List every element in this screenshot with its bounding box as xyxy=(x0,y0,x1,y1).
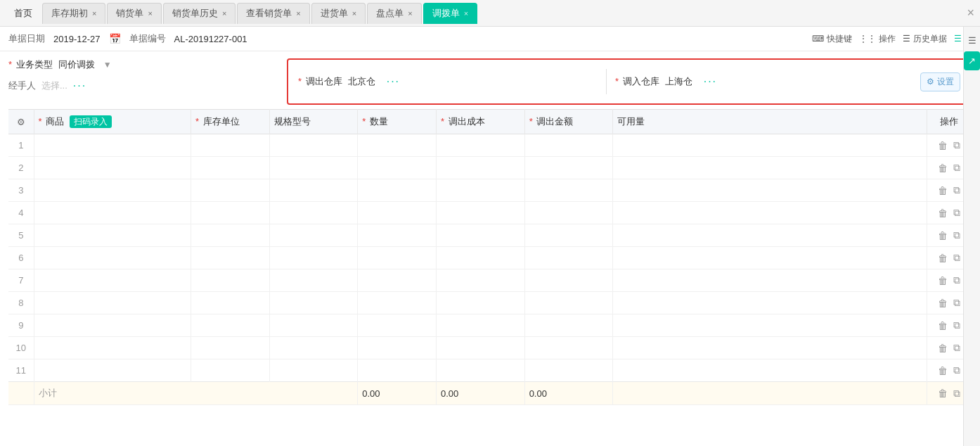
row-quantity-cell[interactable] xyxy=(358,224,437,247)
person-select-input[interactable]: 选择... xyxy=(41,79,67,92)
copy-row-icon[interactable]: ⧉ xyxy=(953,274,960,286)
delete-row-icon[interactable]: 🗑 xyxy=(938,230,948,241)
row-cost-cell[interactable] xyxy=(436,337,524,359)
copy-row-icon[interactable]: ⧉ xyxy=(953,252,960,264)
tab-transfer-close[interactable]: × xyxy=(464,9,468,18)
copy-row-icon[interactable]: ⧉ xyxy=(953,342,960,354)
transfer-out-value[interactable]: 北京仓 xyxy=(348,75,375,88)
transfer-in-more-icon[interactable]: ··· xyxy=(704,75,717,88)
tab-sales-order[interactable]: 销货单 × xyxy=(107,3,161,24)
copy-row-icon[interactable]: ⧉ xyxy=(953,139,960,151)
row-unit-cell[interactable] xyxy=(191,134,269,157)
tab-inventory-count-close[interactable]: × xyxy=(408,9,412,18)
tab-purchase[interactable]: 进货单 × xyxy=(311,3,366,24)
row-quantity-cell[interactable] xyxy=(358,179,437,202)
row-quantity-cell[interactable] xyxy=(358,247,437,269)
row-amount-cell[interactable] xyxy=(524,134,613,157)
row-unit-cell[interactable] xyxy=(191,179,269,202)
tab-sales-order-close[interactable]: × xyxy=(148,9,152,18)
row-product-cell[interactable] xyxy=(34,134,191,157)
row-spec-cell[interactable] xyxy=(269,157,358,179)
copy-row-icon[interactable]: ⧉ xyxy=(953,297,960,309)
tab-inventory-init[interactable]: 库存期初 × xyxy=(42,3,105,24)
history-button[interactable]: ☰ 历史单据 xyxy=(903,33,947,45)
row-quantity-cell[interactable] xyxy=(358,292,437,314)
delete-row-icon[interactable]: 🗑 xyxy=(938,320,948,331)
delete-row-icon[interactable]: 🗑 xyxy=(938,208,948,219)
sidebar-list-icon[interactable]: ☰ xyxy=(965,32,979,49)
row-spec-cell[interactable] xyxy=(269,314,358,337)
row-product-cell[interactable] xyxy=(34,359,191,382)
transfer-out-more-icon[interactable]: ··· xyxy=(387,75,400,88)
row-unit-cell[interactable] xyxy=(191,157,269,179)
row-cost-cell[interactable] xyxy=(436,269,524,292)
row-unit-cell[interactable] xyxy=(191,269,269,292)
subtotal-copy-icon[interactable]: ⧉ xyxy=(953,388,960,400)
row-quantity-cell[interactable] xyxy=(358,314,437,337)
business-type-dropdown-icon[interactable]: ▼ xyxy=(103,60,112,70)
row-cost-cell[interactable] xyxy=(436,134,524,157)
row-spec-cell[interactable] xyxy=(269,337,358,359)
tab-inventory-init-close[interactable]: × xyxy=(92,9,96,18)
row-unit-cell[interactable] xyxy=(191,359,269,382)
row-amount-cell[interactable] xyxy=(524,269,613,292)
tab-home[interactable]: 首页 xyxy=(6,3,41,24)
row-unit-cell[interactable] xyxy=(191,247,269,269)
row-spec-cell[interactable] xyxy=(269,224,358,247)
row-cost-cell[interactable] xyxy=(436,247,524,269)
copy-row-icon[interactable]: ⧉ xyxy=(953,162,960,174)
row-unit-cell[interactable] xyxy=(191,224,269,247)
row-quantity-cell[interactable] xyxy=(358,202,437,224)
tab-inventory-count[interactable]: 盘点单 × xyxy=(367,3,421,24)
delete-row-icon[interactable]: 🗑 xyxy=(938,163,948,174)
tab-view-sales-close[interactable]: × xyxy=(296,9,300,18)
row-amount-cell[interactable] xyxy=(524,179,613,202)
row-cost-cell[interactable] xyxy=(436,202,524,224)
col-settings[interactable]: ⚙ xyxy=(8,110,34,134)
operations-button[interactable]: ⋮⋮ 操作 xyxy=(859,33,896,45)
copy-row-icon[interactable]: ⧉ xyxy=(953,364,960,376)
row-amount-cell[interactable] xyxy=(524,224,613,247)
row-spec-cell[interactable] xyxy=(269,292,358,314)
date-value[interactable]: 2019-12-27 xyxy=(53,34,101,44)
row-amount-cell[interactable] xyxy=(524,202,613,224)
row-cost-cell[interactable] xyxy=(436,157,524,179)
row-product-cell[interactable] xyxy=(34,157,191,179)
row-cost-cell[interactable] xyxy=(436,224,524,247)
row-product-cell[interactable] xyxy=(34,337,191,359)
tab-sales-history-close[interactable]: × xyxy=(222,9,226,18)
row-spec-cell[interactable] xyxy=(269,134,358,157)
delete-row-icon[interactable]: 🗑 xyxy=(938,298,948,309)
row-cost-cell[interactable] xyxy=(436,314,524,337)
settings-button[interactable]: ⚙ 设置 xyxy=(920,72,960,91)
row-quantity-cell[interactable] xyxy=(358,337,437,359)
copy-row-icon[interactable]: ⧉ xyxy=(953,207,960,219)
row-spec-cell[interactable] xyxy=(269,359,358,382)
list-view-icon[interactable]: ☰ xyxy=(954,34,962,44)
delete-row-icon[interactable]: 🗑 xyxy=(938,343,948,354)
row-spec-cell[interactable] xyxy=(269,202,358,224)
row-product-cell[interactable] xyxy=(34,314,191,337)
row-unit-cell[interactable] xyxy=(191,202,269,224)
copy-row-icon[interactable]: ⧉ xyxy=(953,319,960,331)
row-unit-cell[interactable] xyxy=(191,292,269,314)
tab-view-sales[interactable]: 查看销货单 × xyxy=(237,3,309,24)
row-spec-cell[interactable] xyxy=(269,179,358,202)
row-product-cell[interactable] xyxy=(34,247,191,269)
row-unit-cell[interactable] xyxy=(191,337,269,359)
row-product-cell[interactable] xyxy=(34,292,191,314)
row-amount-cell[interactable] xyxy=(524,314,613,337)
row-spec-cell[interactable] xyxy=(269,247,358,269)
transfer-in-value[interactable]: 上海仓 xyxy=(665,75,692,88)
row-spec-cell[interactable] xyxy=(269,269,358,292)
copy-row-icon[interactable]: ⧉ xyxy=(953,229,960,241)
calendar-icon[interactable]: 📅 xyxy=(109,33,121,44)
row-amount-cell[interactable] xyxy=(524,337,613,359)
scan-barcode-button[interactable]: 扫码录入 xyxy=(70,115,112,128)
delete-row-icon[interactable]: 🗑 xyxy=(938,253,948,264)
row-amount-cell[interactable] xyxy=(524,247,613,269)
tab-purchase-close[interactable]: × xyxy=(352,9,356,18)
close-window-button[interactable]: × xyxy=(967,6,974,20)
row-unit-cell[interactable] xyxy=(191,314,269,337)
delete-row-icon[interactable]: 🗑 xyxy=(938,140,948,151)
